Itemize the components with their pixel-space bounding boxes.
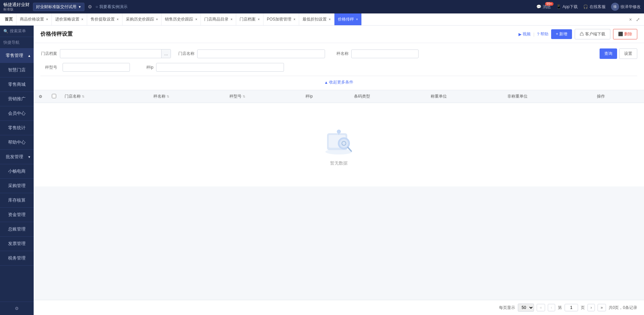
message-icon: 💬	[536, 4, 541, 9]
tab-sale-history[interactable]: 销售历史价跟踪 ×	[162, 13, 201, 26]
close-icon[interactable]: ×	[195, 18, 197, 21]
store-profile-input[interactable]	[60, 50, 161, 58]
page-header-actions: ▶ 视频 | ? 帮助 + 新增 凸 客户端下载 ⬛ 删除	[518, 29, 637, 39]
sidebar-item-retail-mall[interactable]: 零售商城	[0, 77, 34, 92]
app-download-btn[interactable]: 📱 App下载	[556, 4, 578, 10]
empty-state-row: 暂无数据	[34, 103, 644, 187]
col-checkbox	[47, 90, 61, 103]
sidebar-item-smart-store[interactable]: 智慧门店	[0, 63, 34, 77]
sidebar-item-purchase-mgmt[interactable]: 采购管理	[0, 179, 34, 193]
prev-page-btn[interactable]: ‹	[548, 304, 555, 311]
data-table: ⚙ 门店名称 ⇅ 秤名称 ⇅	[34, 90, 644, 186]
video-link[interactable]: ▶ 视频	[518, 31, 531, 37]
store-name-label: 门店名称	[178, 51, 194, 57]
tab-store-catalog[interactable]: 门店商品目录 ×	[201, 13, 236, 26]
sidebar-item-marketing[interactable]: 营销推广	[0, 92, 34, 106]
tab-bar-controls: × ⤢	[628, 16, 643, 23]
top-bar-right: 💬 消息 99+ 📱 App下载 🎧 在线客服 徐 徐泽华修改	[536, 3, 641, 11]
messages-btn[interactable]: 💬 消息 99+	[536, 4, 551, 10]
first-page-btn[interactable]: «	[537, 304, 545, 311]
close-icon[interactable]: ×	[230, 18, 232, 21]
scale-ip-input[interactable]	[156, 63, 284, 72]
scale-model-filter: 秤型号	[40, 63, 130, 72]
sidebar-item-wholesale-mgmt[interactable]: 批发管理 ▼	[0, 150, 34, 164]
filter-row-1: 门店档案 ... 门店名称 秤名称 查询	[40, 48, 637, 59]
sidebar-item-invoice-mgmt[interactable]: 发票管理	[0, 237, 34, 251]
sidebar-item-help-center[interactable]: 帮助中心	[0, 135, 34, 150]
page-suffix-label: 页	[581, 305, 585, 311]
version-selector[interactable]: 好业财标准版交付试用 ▼	[33, 3, 84, 11]
sidebar-item-retail-mgmt[interactable]: 零售管理 ▲	[0, 48, 34, 63]
table-area: ⚙ 门店名称 ⇅ 秤名称 ⇅	[34, 90, 644, 300]
last-page-btn[interactable]: »	[598, 304, 606, 311]
add-btn[interactable]: + 新增	[551, 29, 572, 39]
page-number-input[interactable]	[565, 304, 578, 311]
download-btn[interactable]: 凸 客户端下载	[575, 29, 610, 39]
chevron-down-icon: ▼	[78, 5, 81, 9]
close-icon[interactable]: ×	[293, 18, 295, 21]
close-icon[interactable]: ×	[258, 18, 260, 21]
sidebar-item-general-ledger[interactable]: 总账管理	[0, 222, 34, 237]
top-settings-icon[interactable]: ⚙	[88, 4, 92, 9]
scale-name-label: 秤名称	[332, 51, 349, 57]
action-btns: 查询 设置	[600, 48, 637, 59]
close-icon[interactable]: ×	[46, 18, 48, 21]
close-icon[interactable]: ×	[329, 18, 331, 21]
collapse-btn[interactable]: ▲ 收起更多条件	[324, 79, 354, 85]
sidebar-item-retail-stats[interactable]: 零售统计	[0, 121, 34, 135]
close-icon[interactable]: ×	[117, 18, 119, 21]
sidebar-item-tax-mgmt[interactable]: 税务管理	[0, 251, 34, 266]
tab-store-profile[interactable]: 门店档案 ×	[236, 13, 263, 26]
help-link[interactable]: ? 帮助	[537, 31, 548, 37]
tab-min-discount[interactable]: 最低折扣设置 ×	[299, 13, 334, 26]
col-non-weight-unit: 非称重单位	[503, 90, 593, 103]
tab-purchase-strategy[interactable]: 进价策略设置 ×	[52, 13, 87, 26]
delete-btn[interactable]: ⬛ 删除	[613, 29, 637, 39]
tab-price-settings[interactable]: 商品价格设置 ×	[16, 13, 52, 26]
sort-icon[interactable]: ⇅	[82, 95, 84, 98]
sort-icon[interactable]: ⇅	[243, 95, 245, 98]
tab-purchase-history[interactable]: 采购历史价跟踪 ×	[122, 13, 162, 26]
page-header: 价格传秤设置 ▶ 视频 | ? 帮助 + 新增 凸 客户端下载 ⬛	[34, 26, 644, 43]
content-area: 价格传秤设置 ▶ 视频 | ? 帮助 + 新增 凸 客户端下载 ⬛	[34, 26, 644, 315]
scale-model-input[interactable]	[63, 63, 130, 72]
sidebar-quick-nav[interactable]: 快捷导航	[0, 37, 34, 48]
demo-link[interactable]: ○ 我要看实例演示	[96, 4, 128, 10]
sidebar-settings-btn[interactable]: ⚙	[0, 302, 34, 315]
col-scale-name: 秤名称 ⇅	[149, 90, 225, 103]
sidebar-item-member-center[interactable]: 会员中心	[0, 106, 34, 121]
store-name-input[interactable]	[197, 49, 325, 58]
sort-icon[interactable]: ⇅	[167, 95, 169, 98]
tab-home[interactable]: 首页	[1, 13, 16, 26]
arrow-down-icon: ▼	[28, 155, 31, 159]
filter-row-2: 秤型号 秤ip	[40, 63, 637, 72]
table-body: 暂无数据	[34, 103, 644, 187]
per-page-label: 每页显示	[499, 305, 515, 311]
close-icon[interactable]: ×	[81, 18, 83, 21]
pagination: 每页显示 50 « ‹ 第 页 › » 共0页，0条记录	[34, 300, 644, 315]
close-all-tabs-btn[interactable]: ×	[628, 16, 633, 23]
scale-name-filter: 秤名称	[332, 49, 419, 58]
tab-sale-price[interactable]: 售价提取设置 ×	[87, 13, 122, 26]
scale-name-input[interactable]	[351, 49, 419, 58]
settings-filter-btn[interactable]: 设置	[619, 48, 637, 59]
sidebar-search[interactable]: 🔍 搜索菜单	[0, 26, 34, 37]
sidebar-item-xiao-chang[interactable]: 小畅电商	[0, 164, 34, 179]
query-btn[interactable]: 查询	[600, 48, 617, 59]
tab-price-scale[interactable]: 价格传秤 ×	[334, 13, 362, 26]
close-icon[interactable]: ×	[356, 18, 358, 21]
user-profile[interactable]: 徐 徐泽华修改	[611, 3, 641, 11]
close-icon[interactable]: ×	[156, 18, 158, 21]
table-settings-icon[interactable]: ⚙	[39, 94, 42, 99]
store-profile-dots-btn[interactable]: ...	[161, 49, 171, 58]
version-label: 好业财标准版交付试用	[36, 4, 76, 10]
select-all-checkbox[interactable]	[52, 94, 56, 98]
sidebar-item-inventory[interactable]: 库存核算	[0, 193, 34, 208]
online-service-btn[interactable]: 🎧 在线客服	[583, 4, 606, 10]
per-page-select[interactable]: 50	[518, 304, 534, 312]
sidebar-item-finance[interactable]: 资金管理	[0, 208, 34, 222]
expand-tabs-btn[interactable]: ⤢	[635, 16, 641, 23]
tab-pos-security[interactable]: POS加密管理 ×	[263, 13, 299, 26]
store-profile-label: 门店档案	[40, 51, 57, 57]
next-page-btn[interactable]: ›	[587, 304, 595, 311]
